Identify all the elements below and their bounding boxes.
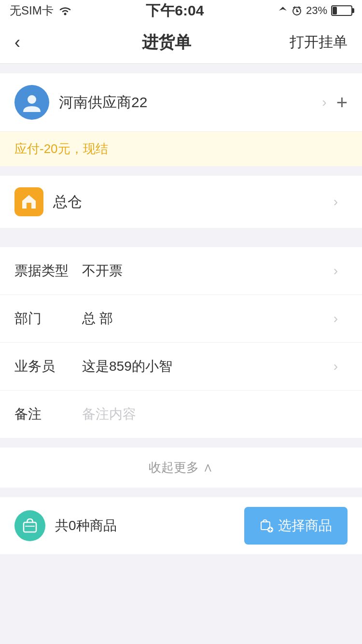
dept-label: 部门	[14, 309, 72, 328]
remark-input[interactable]: 备注内容	[72, 405, 348, 423]
home-icon	[20, 193, 38, 210]
select-goods-icon	[260, 519, 273, 532]
remark-row[interactable]: 备注 备注内容	[0, 391, 362, 438]
remark-label: 备注	[14, 405, 72, 423]
select-goods-label: 选择商品	[278, 517, 332, 535]
warehouse-row[interactable]: 总仓 ›	[0, 176, 362, 228]
supplier-name: 河南供应商22	[59, 93, 322, 112]
agent-label: 业务员	[14, 357, 72, 376]
chevron-right-icon: ›	[322, 95, 326, 110]
svg-point-2	[28, 95, 36, 104]
open-pending-button[interactable]: 打开挂单	[290, 32, 348, 52]
product-bar: 共0种商品 选择商品	[0, 497, 362, 554]
supplier-card: 河南供应商22 › + 应付-20元，现结	[0, 73, 362, 166]
invoice-row[interactable]: 票据类型 不开票 ›	[0, 247, 362, 295]
select-goods-button[interactable]: 选择商品	[244, 507, 348, 545]
product-icon	[14, 510, 45, 541]
nav-bar: ‹ 进货单 打开挂单	[0, 21, 362, 64]
section-gap-1	[0, 64, 362, 73]
chevron-right-icon: ›	[334, 359, 338, 374]
signal-text: 无SIM卡	[10, 3, 54, 18]
product-count: 共0种商品	[55, 517, 244, 535]
battery-percent: 23%	[306, 4, 327, 17]
wifi-icon	[58, 6, 72, 15]
status-left: 无SIM卡	[10, 3, 72, 18]
section-gap-2	[0, 166, 362, 176]
alarm-icon	[292, 5, 302, 16]
svg-rect-3	[27, 203, 31, 209]
status-right: 23%	[278, 4, 352, 17]
location-icon	[278, 6, 288, 15]
status-bar: 无SIM卡 下午6:04 23%	[0, 0, 362, 21]
supplier-row[interactable]: 河南供应商22 › +	[0, 73, 362, 132]
person-icon	[21, 92, 42, 113]
warehouse-name: 总仓	[53, 192, 334, 212]
dept-row[interactable]: 部门 总 部 ›	[0, 295, 362, 343]
chevron-right-icon: ›	[334, 263, 338, 279]
add-button[interactable]: +	[336, 93, 348, 112]
notice-bar: 应付-20元，现结	[0, 132, 362, 166]
invoice-value: 不开票	[72, 262, 334, 280]
dept-value: 总 部	[72, 309, 334, 328]
chevron-right-icon: ›	[334, 311, 338, 326]
chevron-right-icon: ›	[334, 194, 338, 210]
collapse-button[interactable]: 收起更多 ∧	[0, 448, 362, 488]
svg-point-0	[64, 13, 66, 15]
page-title: 进货单	[142, 31, 191, 54]
form-section: 票据类型 不开票 › 部门 总 部 › 业务员 这是859的小智 › 备注 备注…	[0, 247, 362, 438]
section-gap-3	[0, 228, 362, 238]
status-time: 下午6:04	[146, 1, 204, 21]
invoice-label: 票据类型	[14, 262, 72, 280]
supplier-avatar	[14, 85, 49, 120]
back-button[interactable]: ‹	[14, 32, 43, 53]
svg-rect-4	[24, 522, 36, 532]
warehouse-card: 总仓 ›	[0, 176, 362, 228]
shopping-icon	[21, 517, 39, 535]
agent-row[interactable]: 业务员 这是859的小智 ›	[0, 343, 362, 391]
battery-icon	[331, 5, 352, 16]
warehouse-icon	[14, 187, 43, 216]
agent-value: 这是859的小智	[72, 357, 334, 376]
